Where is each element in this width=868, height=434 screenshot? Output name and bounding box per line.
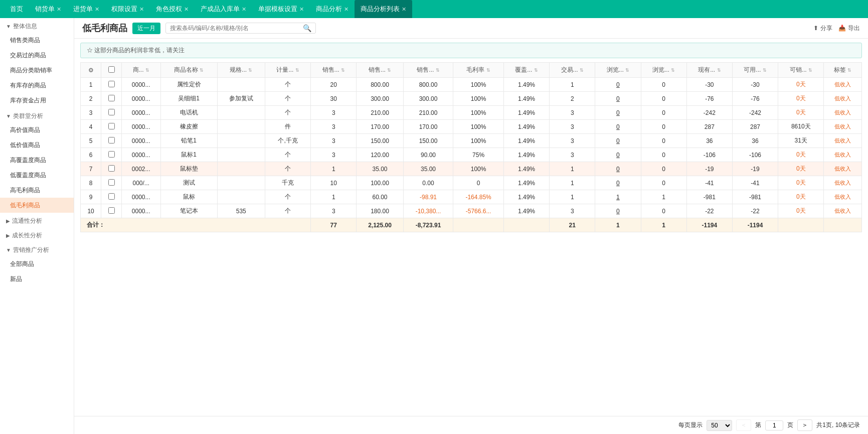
nav-home[interactable]: 首页 bbox=[4, 0, 29, 18]
nav-roles[interactable]: 角色授权✕ bbox=[150, 0, 195, 18]
cell-current: -76 bbox=[686, 92, 732, 106]
col-name[interactable]: 商品名称 ⇅ bbox=[160, 63, 217, 78]
export-btn[interactable]: 📥 导出 bbox=[838, 24, 860, 33]
sidebar-item-high-margin[interactable]: 高毛利商品 bbox=[0, 183, 74, 198]
col-code[interactable]: 商... ⇅ bbox=[121, 63, 160, 78]
col-current[interactable]: 现有... ⇅ bbox=[686, 63, 732, 78]
sidebar-item-in-stock[interactable]: 有库存的商品 bbox=[0, 78, 74, 93]
col-sales-qty[interactable]: 销售... ⇅ bbox=[311, 63, 357, 78]
cell-views1[interactable]: 0 bbox=[595, 120, 641, 134]
nav-sales[interactable]: 销货单✕ bbox=[29, 0, 67, 18]
search-input[interactable] bbox=[170, 25, 303, 32]
cell-checkbox[interactable] bbox=[101, 148, 122, 162]
cell-no: 8 bbox=[81, 176, 101, 190]
cell-checkbox[interactable] bbox=[101, 176, 122, 190]
col-unit[interactable]: 计量... ⇅ bbox=[265, 63, 310, 78]
col-spec[interactable]: 规格... ⇅ bbox=[217, 63, 265, 78]
search-icon[interactable]: 🔍 bbox=[303, 24, 311, 32]
cell-checkbox[interactable] bbox=[101, 162, 122, 176]
per-page-select[interactable]: 50 100 200 bbox=[707, 420, 732, 431]
sidebar-item-low-coverage[interactable]: 低覆盖度商品 bbox=[0, 168, 74, 183]
cell-views2: 0 bbox=[641, 78, 686, 92]
nav-permissions[interactable]: 权限设置✕ bbox=[105, 0, 150, 18]
row-checkbox[interactable] bbox=[108, 207, 115, 214]
col-checkbox[interactable] bbox=[101, 63, 122, 78]
cell-checkbox[interactable] bbox=[101, 120, 122, 134]
sidebar-item-high-value[interactable]: 高价值商品 bbox=[0, 122, 74, 137]
cell-views1[interactable]: 0 bbox=[595, 106, 641, 120]
cell-views1[interactable]: 0 bbox=[595, 148, 641, 162]
nav-template[interactable]: 单据模板设置✕ bbox=[252, 0, 310, 18]
row-checkbox[interactable] bbox=[108, 165, 115, 172]
cell-views1[interactable]: 0 bbox=[595, 92, 641, 106]
row-checkbox[interactable] bbox=[108, 137, 115, 143]
col-sales-profit[interactable]: 销售... ⇅ bbox=[403, 63, 453, 78]
col-views2[interactable]: 浏览... ⇅ bbox=[641, 63, 686, 78]
sidebar-item-category-sales-rate[interactable]: 商品分类助销率 bbox=[0, 63, 74, 78]
cell-views1[interactable]: 0 bbox=[595, 176, 641, 190]
sidebar-item-sales-products[interactable]: 销售类商品 bbox=[0, 33, 74, 48]
sidebar-item-traded-products[interactable]: 交易过的商品 bbox=[0, 48, 74, 63]
sidebar-group-growth[interactable]: ▶ 成长性分析 bbox=[0, 227, 74, 242]
sidebar-item-inventory-capital[interactable]: 库存资金占用 bbox=[0, 93, 74, 108]
close-icon[interactable]: ✕ bbox=[242, 6, 246, 12]
total-label: 合计： bbox=[81, 218, 311, 232]
cell-trade: 2 bbox=[550, 92, 595, 106]
cell-checkbox[interactable] bbox=[101, 134, 122, 148]
prev-page-btn[interactable]: ＜ bbox=[736, 419, 751, 431]
cell-checkbox[interactable] bbox=[101, 92, 122, 106]
cell-checkbox[interactable] bbox=[101, 190, 122, 204]
row-checkbox[interactable] bbox=[108, 151, 115, 158]
cell-views1[interactable]: 0 bbox=[595, 162, 641, 176]
sidebar-item-new-products[interactable]: 新品 bbox=[0, 271, 74, 286]
nav-purchase[interactable]: 进货单✕ bbox=[67, 0, 105, 18]
col-trade[interactable]: 交易... ⇅ bbox=[550, 63, 595, 78]
next-page-btn[interactable]: ＞ bbox=[797, 419, 812, 431]
share-btn[interactable]: ⬆ 分享 bbox=[813, 24, 832, 33]
cell-views1[interactable]: 1 bbox=[595, 190, 641, 204]
close-icon[interactable]: ✕ bbox=[139, 6, 144, 12]
row-checkbox[interactable] bbox=[108, 179, 115, 186]
row-checkbox[interactable] bbox=[108, 109, 115, 115]
cell-checkbox[interactable] bbox=[101, 78, 122, 92]
cell-checkbox[interactable] bbox=[101, 204, 122, 218]
col-available[interactable]: 可用... ⇅ bbox=[732, 63, 778, 78]
col-sellable[interactable]: 可销... ⇅ bbox=[778, 63, 824, 78]
page-input[interactable] bbox=[765, 420, 783, 430]
sidebar-item-low-value[interactable]: 低价值商品 bbox=[0, 137, 74, 153]
cell-available: -30 bbox=[732, 78, 778, 92]
sidebar-item-all-products[interactable]: 全部商品 bbox=[0, 256, 74, 271]
col-gross-rate[interactable]: 毛利率 ⇅ bbox=[453, 63, 504, 78]
filter-recent-month-btn[interactable]: 近一月 bbox=[132, 23, 160, 34]
col-views1[interactable]: 浏览... ⇅ bbox=[595, 63, 641, 78]
sidebar-group-cluster[interactable]: ▼ 类群堂分析 bbox=[0, 108, 74, 122]
close-icon[interactable]: ✕ bbox=[184, 6, 189, 12]
nav-analysis-list[interactable]: 商品分析列表✕ bbox=[355, 0, 412, 18]
chevron-down-icon: ▼ bbox=[6, 24, 11, 29]
col-sales-amount[interactable]: 销售... ⇅ bbox=[357, 63, 403, 78]
close-icon[interactable]: ✕ bbox=[57, 6, 61, 12]
sidebar-group-overall[interactable]: ▼ 整体信息 bbox=[0, 18, 74, 33]
close-icon[interactable]: ✕ bbox=[402, 6, 406, 12]
nav-analysis[interactable]: 商品分析✕ bbox=[310, 0, 355, 18]
row-checkbox[interactable] bbox=[108, 123, 115, 129]
cell-views1[interactable]: 0 bbox=[595, 204, 641, 218]
col-tag[interactable]: 标签 ⇅ bbox=[824, 63, 862, 78]
row-checkbox[interactable] bbox=[108, 81, 115, 87]
sidebar-item-high-coverage[interactable]: 高覆盖度商品 bbox=[0, 153, 74, 168]
col-settings[interactable]: ⚙ bbox=[81, 63, 101, 78]
row-checkbox[interactable] bbox=[108, 193, 115, 200]
close-icon[interactable]: ✕ bbox=[344, 6, 349, 12]
cell-checkbox[interactable] bbox=[101, 106, 122, 120]
cell-views1[interactable]: 0 bbox=[595, 78, 641, 92]
sidebar-group-marketing[interactable]: ▼ 营销推广分析 bbox=[0, 242, 74, 256]
select-all-checkbox[interactable] bbox=[108, 66, 115, 73]
nav-stock-in[interactable]: 产成品入库单✕ bbox=[195, 0, 252, 18]
close-icon[interactable]: ✕ bbox=[299, 6, 304, 12]
col-coverage[interactable]: 覆盖... ⇅ bbox=[503, 63, 549, 78]
close-icon[interactable]: ✕ bbox=[95, 6, 99, 12]
cell-views1[interactable]: 0 bbox=[595, 134, 641, 148]
row-checkbox[interactable] bbox=[108, 95, 115, 101]
sidebar-item-low-margin[interactable]: 低毛利商品 bbox=[0, 198, 74, 213]
sidebar-group-circulation[interactable]: ▶ 流通性分析 bbox=[0, 213, 74, 227]
